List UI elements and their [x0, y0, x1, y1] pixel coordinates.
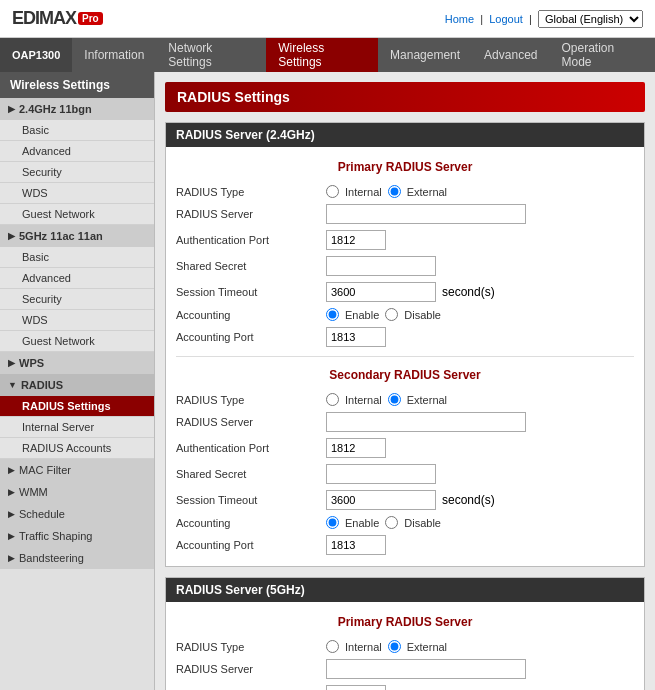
sidebar-group-24ghz: ▶ 2.4GHz 11bgn Basic Advanced Security W… — [0, 98, 154, 225]
logout-link[interactable]: Logout — [489, 13, 523, 25]
auth-port-value-primary — [326, 230, 386, 250]
radius-type-label-5ghz: RADIUS Type — [176, 641, 326, 653]
radius-type-external-radio-secondary[interactable] — [388, 393, 401, 406]
auth-port-label-primary: Authentication Port — [176, 234, 326, 246]
shared-secret-value-secondary — [326, 464, 436, 484]
sidebar-group-wps-label: WPS — [19, 357, 44, 369]
nav-advanced[interactable]: Advanced — [472, 38, 549, 72]
arrow-icon-bandsteering: ▶ — [8, 553, 15, 563]
session-timeout-input-secondary[interactable] — [326, 490, 436, 510]
header: EDIMAX Pro Home | Logout | Global (Engli… — [0, 0, 655, 38]
radius-type-internal-radio-primary[interactable] — [326, 185, 339, 198]
radius-type-internal-radio-secondary[interactable] — [326, 393, 339, 406]
sidebar-item-24-security[interactable]: Security — [0, 162, 154, 183]
accounting-enable-label-primary: Enable — [345, 309, 379, 321]
radius-type-external-radio-primary[interactable] — [388, 185, 401, 198]
nav-information[interactable]: Information — [72, 38, 156, 72]
arrow-icon-traffic: ▶ — [8, 531, 15, 541]
sidebar-item-5-advanced[interactable]: Advanced — [0, 268, 154, 289]
nav-management[interactable]: Management — [378, 38, 472, 72]
auth-port-input-primary[interactable] — [326, 230, 386, 250]
radius-type-external-label-5ghz: External — [407, 641, 447, 653]
accounting-enable-radio-secondary[interactable] — [326, 516, 339, 529]
sidebar-group-radius-header[interactable]: ▼ RADIUS — [0, 374, 154, 396]
radius-server-input-secondary[interactable] — [326, 412, 526, 432]
sidebar-item-internal-server[interactable]: Internal Server — [0, 417, 154, 438]
sidebar-item-schedule-header[interactable]: ▶ Schedule — [0, 503, 154, 525]
accounting-port-input-secondary[interactable] — [326, 535, 386, 555]
sidebar-item-5-security[interactable]: Security — [0, 289, 154, 310]
scroll-area-24ghz[interactable]: Primary RADIUS Server RADIUS Type Intern… — [166, 147, 644, 566]
sidebar-item-24-advanced[interactable]: Advanced — [0, 141, 154, 162]
session-timeout-unit-secondary: second(s) — [442, 493, 495, 507]
session-timeout-row-primary: Session Timeout second(s) — [176, 279, 634, 305]
sidebar-group-5ghz: ▶ 5GHz 11ac 11an Basic Advanced Security… — [0, 225, 154, 352]
arrow-icon-radius: ▼ — [8, 380, 17, 390]
page-title: RADIUS Settings — [165, 82, 645, 112]
accounting-port-row-secondary: Accounting Port — [176, 532, 634, 558]
content-wrapper: Wireless Settings ▶ 2.4GHz 11bgn Basic A… — [0, 72, 655, 690]
sidebar-group-24ghz-label: 2.4GHz 11bgn — [19, 103, 92, 115]
radius-type-label-secondary: RADIUS Type — [176, 394, 326, 406]
accounting-disable-radio-secondary[interactable] — [385, 516, 398, 529]
sidebar-item-wmm-header[interactable]: ▶ WMM — [0, 481, 154, 503]
radius-type-internal-label-secondary: Internal — [345, 394, 382, 406]
sidebar-group-wps-header[interactable]: ▶ WPS — [0, 352, 154, 374]
session-timeout-input-primary[interactable] — [326, 282, 436, 302]
sidebar-item-5-guest-network[interactable]: Guest Network — [0, 331, 154, 352]
sidebar-item-5-basic[interactable]: Basic — [0, 247, 154, 268]
nav-wireless-settings[interactable]: Wireless Settings — [266, 38, 378, 72]
auth-port-input-secondary[interactable] — [326, 438, 386, 458]
sidebar-item-radius-accounts[interactable]: RADIUS Accounts — [0, 438, 154, 459]
sidebar-group-radius-label: RADIUS — [21, 379, 63, 391]
nav-network-settings[interactable]: Network Settings — [156, 38, 266, 72]
radius-server-row-primary: RADIUS Server — [176, 201, 634, 227]
radius-type-label-primary: RADIUS Type — [176, 186, 326, 198]
section-5ghz-title: RADIUS Server (5GHz) — [166, 578, 644, 602]
radius-type-external-radio-5ghz[interactable] — [388, 640, 401, 653]
radius-type-internal-label-primary: Internal — [345, 186, 382, 198]
session-timeout-label-primary: Session Timeout — [176, 286, 326, 298]
shared-secret-label-primary: Shared Secret — [176, 260, 326, 272]
nav-operation-mode[interactable]: Operation Mode — [549, 38, 655, 72]
language-select[interactable]: Global (English) — [538, 10, 643, 28]
accounting-enable-radio-primary[interactable] — [326, 308, 339, 321]
session-timeout-value-secondary: second(s) — [326, 490, 495, 510]
session-timeout-label-secondary: Session Timeout — [176, 494, 326, 506]
radius-server-row-secondary: RADIUS Server — [176, 409, 634, 435]
auth-port-value-secondary — [326, 438, 386, 458]
sidebar-item-mac-filter-label: MAC Filter — [19, 464, 71, 476]
radius-type-internal-label-5ghz: Internal — [345, 641, 382, 653]
sidebar-group-5ghz-header[interactable]: ▶ 5GHz 11ac 11an — [0, 225, 154, 247]
home-link[interactable]: Home — [445, 13, 474, 25]
sidebar-item-traffic-shaping-header[interactable]: ▶ Traffic Shaping — [0, 525, 154, 547]
radius-type-internal-radio-5ghz[interactable] — [326, 640, 339, 653]
radius-server-value-5ghz — [326, 659, 526, 679]
sidebar-item-5-wds[interactable]: WDS — [0, 310, 154, 331]
radius-server-input-primary[interactable] — [326, 204, 526, 224]
shared-secret-input-secondary[interactable] — [326, 464, 436, 484]
sidebar-item-bandsteering-header[interactable]: ▶ Bandsteering — [0, 547, 154, 569]
accounting-port-label-secondary: Accounting Port — [176, 539, 326, 551]
radius-server-value-primary — [326, 204, 526, 224]
shared-secret-label-secondary: Shared Secret — [176, 468, 326, 480]
sidebar-item-radius-settings[interactable]: RADIUS Settings — [0, 396, 154, 417]
radius-server-input-5ghz[interactable] — [326, 659, 526, 679]
sidebar-item-24-guest-network[interactable]: Guest Network — [0, 204, 154, 225]
accounting-port-input-primary[interactable] — [326, 327, 386, 347]
sidebar-item-traffic-shaping-label: Traffic Shaping — [19, 530, 92, 542]
shared-secret-row-primary: Shared Secret — [176, 253, 634, 279]
auth-port-input-5ghz[interactable] — [326, 685, 386, 690]
arrow-icon-mac: ▶ — [8, 465, 15, 475]
sidebar-item-24-basic[interactable]: Basic — [0, 120, 154, 141]
shared-secret-input-primary[interactable] — [326, 256, 436, 276]
arrow-icon-5g: ▶ — [8, 231, 15, 241]
sidebar-item-24-wds[interactable]: WDS — [0, 183, 154, 204]
logo: EDIMAX Pro — [12, 8, 103, 29]
sidebar-item-mac-filter-header[interactable]: ▶ MAC Filter — [0, 459, 154, 481]
accounting-port-label-primary: Accounting Port — [176, 331, 326, 343]
section-24ghz: RADIUS Server (2.4GHz) Primary RADIUS Se… — [165, 122, 645, 567]
accounting-disable-label-secondary: Disable — [404, 517, 441, 529]
sidebar-group-24ghz-header[interactable]: ▶ 2.4GHz 11bgn — [0, 98, 154, 120]
accounting-disable-radio-primary[interactable] — [385, 308, 398, 321]
